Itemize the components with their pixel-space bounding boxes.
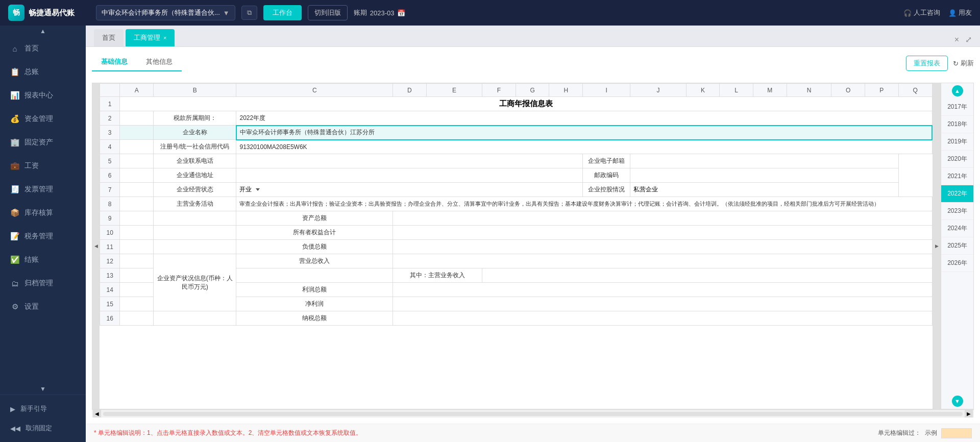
refresh-button[interactable]: ↻ 刷新 [953,59,974,68]
cell-9-c[interactable]: 资产总额 [236,211,393,226]
col-header-q[interactable]: Q [898,84,932,97]
cell-5-k[interactable] [630,154,898,168]
cell-12-a[interactable] [120,254,154,268]
h-scroll-track[interactable] [103,412,963,416]
cell-11-a[interactable] [120,240,154,254]
sidebar-item-home[interactable]: ⌂ 首页 [0,37,86,60]
year-item-2023[interactable]: 2023年 [941,203,973,220]
sidebar-scroll-up[interactable]: ▲ [0,26,86,37]
sidebar-scroll-down[interactable]: ▼ [0,383,86,395]
col-header-f[interactable]: F [482,84,516,97]
cell-10-d[interactable] [393,226,933,240]
sidebar-new-guide[interactable]: ▶ 新手引导 [0,399,86,419]
cell-3-a[interactable] [120,126,154,140]
col-header-p[interactable]: P [865,84,898,97]
user-service-button[interactable]: 🎧 人工咨询 [903,8,940,17]
cell-12-c[interactable]: 营业总收入 [236,254,393,268]
cell-11-d[interactable] [393,240,933,254]
cell-12-d[interactable] [393,254,933,268]
reset-report-button[interactable]: 重置报表 [906,56,948,71]
sidebar-item-archive[interactable]: 🗂 归档管理 [0,272,86,295]
year-item-2018[interactable]: 2018年 [941,116,973,133]
table-title-cell[interactable]: 工商年报信息表 [120,97,932,111]
year-item-2025[interactable]: 2025年 [941,237,973,255]
year-item-2020[interactable]: 2020年 [941,151,973,168]
sub-tab-basic[interactable]: 基础信息 [92,53,137,71]
right-collapse-button[interactable]: ▶ [933,83,941,409]
col-header-h[interactable]: H [549,84,583,97]
tab-home[interactable]: 首页 [94,29,124,46]
cell-10-a[interactable] [120,226,154,240]
cell-3-c[interactable]: 中审众环会计师事务所（特殊普通合伙）江苏分所 [236,126,932,140]
h-scroll-left-button[interactable]: ◀ [93,410,101,418]
cell-11-b[interactable] [154,240,236,254]
cell-7-c[interactable]: 开业 [236,183,583,197]
cell-9-b[interactable] [154,211,236,226]
col-header-o[interactable]: O [831,84,865,97]
cell-7-a[interactable] [120,183,154,197]
old-version-button[interactable]: 切到旧版 [308,5,348,20]
cell-10-c[interactable]: 所有者权益合计 [236,226,393,240]
year-item-2021[interactable]: 2021年 [941,168,973,185]
cell-4-a[interactable] [120,140,154,154]
cell-6-a[interactable] [120,168,154,183]
year-panel-down-arrow[interactable]: ▼ [941,394,973,409]
cell-15-c[interactable]: 净利润 [236,297,393,311]
col-header-m[interactable]: M [753,84,787,97]
cell-5-a[interactable] [120,154,154,168]
cell-14-a[interactable] [120,283,154,297]
cell-5-c[interactable] [236,154,583,168]
cell-6-k[interactable] [630,168,898,183]
tab-close-icon[interactable]: × [163,35,166,41]
cell-11-c[interactable]: 负债总额 [236,240,393,254]
sidebar-item-tax[interactable]: 📝 税务管理 [0,225,86,248]
sub-tab-other[interactable]: 其他信息 [137,53,182,71]
cell-8-c[interactable]: 审查企业会计报表；出具审计报告；验证企业资本；出具验资报告；办理企业合并、分立、… [236,197,932,211]
cell-14-c[interactable]: 利润总额 [236,283,393,297]
cell-2-a[interactable] [120,111,154,126]
cell-2-c[interactable]: 2022年度 [236,111,932,126]
cell-13-c[interactable] [236,268,393,283]
sidebar-item-settings[interactable]: ⚙ 设置 [0,295,86,318]
cell-16-c[interactable]: 纳税总额 [236,311,393,326]
col-header-j[interactable]: J [630,84,686,97]
cell-6-c[interactable] [236,168,583,183]
sidebar-item-salary[interactable]: 💼 工资 [0,154,86,178]
window-close-icon[interactable]: × [954,35,959,44]
cell-9-a[interactable] [120,211,154,226]
col-header-l[interactable]: L [720,84,753,97]
copy-company-button[interactable]: ⧉ [241,6,257,20]
sidebar-unpin[interactable]: ◀◀ 取消固定 [0,419,86,438]
year-item-2019[interactable]: 2019年 [941,133,973,151]
col-header-g[interactable]: G [516,84,549,97]
cell-13-a[interactable] [120,268,154,283]
user-profile-button[interactable]: 👤 用友 [948,8,972,17]
year-panel-up-arrow[interactable]: ▲ [941,83,973,99]
cell-7-n[interactable]: 私营企业 [630,183,898,197]
sidebar-item-fixed-assets[interactable]: 🏢 固定资产 [0,131,86,154]
cell-14-d[interactable] [393,283,933,297]
window-expand-icon[interactable]: ⤢ [965,35,972,44]
year-item-2022[interactable]: 2022年 [941,185,973,203]
cell-13-g[interactable] [482,268,932,283]
sidebar-item-finance[interactable]: 💰 资金管理 [0,107,86,131]
sidebar-item-closing[interactable]: ✅ 结账 [0,248,86,272]
col-header-e[interactable]: E [426,84,482,97]
cell-13-e[interactable]: 其中：主营业务收入 [393,268,482,283]
year-item-2026[interactable]: 2026年 [941,255,973,272]
col-header-i[interactable]: I [583,84,630,97]
spreadsheet-inner[interactable]: A B C D E F G H I J [100,83,933,409]
calendar-icon[interactable]: 📅 [397,9,405,17]
h-scroll-right-button[interactable]: ▶ [965,410,973,418]
cell-15-a[interactable] [120,297,154,311]
cell-4-c[interactable]: 91320100MA208E5W6K [236,140,932,154]
col-header-k[interactable]: K [686,84,720,97]
cell-15-d[interactable] [393,297,933,311]
left-collapse-button[interactable]: ◀ [92,83,100,409]
tab-business[interactable]: 工商管理 × [126,29,175,46]
sidebar-item-invoice[interactable]: 🧾 发票管理 [0,178,86,201]
cell-16-b[interactable] [154,311,236,326]
sidebar-item-reports[interactable]: 📊 报表中心 [0,84,86,107]
cell-9-d[interactable] [393,211,933,226]
col-header-b[interactable]: B [154,84,236,97]
